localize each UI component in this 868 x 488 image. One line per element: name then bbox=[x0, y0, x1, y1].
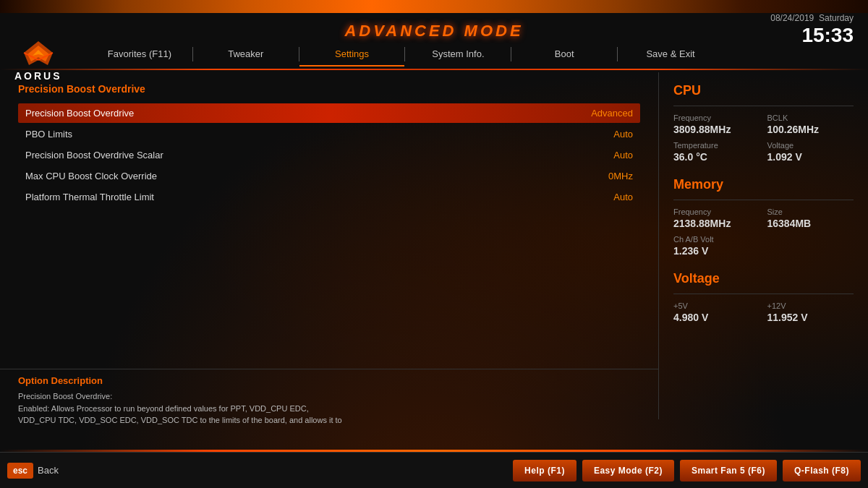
datetime-display: 08/24/2019 Saturday 15:33 bbox=[770, 13, 854, 48]
cpu-section: CPU Frequency 3809.88MHz BCLK 100.26MHz … bbox=[673, 83, 854, 163]
bottom-description: Option Description Precision Boost Overd… bbox=[0, 369, 658, 441]
tab-tweaker[interactable]: Tweaker bbox=[193, 43, 299, 67]
desc-text: Precision Boost Overdrive: Enabled: Allo… bbox=[18, 390, 640, 427]
tab-settings[interactable]: Settings bbox=[299, 43, 405, 67]
settings-label-0: Precision Boost Overdrive bbox=[25, 108, 591, 119]
v5-label: +5V bbox=[673, 301, 760, 310]
aorus-logo-icon bbox=[20, 40, 56, 69]
desc-line-1: Enabled: Allows Processor to run beyond … bbox=[18, 403, 640, 415]
tab-saveexit[interactable]: Save & Exit bbox=[618, 43, 723, 67]
cpu-bclk-label: BCLK bbox=[767, 114, 854, 122]
top-stripe bbox=[0, 0, 868, 13]
settings-value-0: Advanced bbox=[591, 108, 633, 119]
voltage-section: Voltage +5V 4.980 V +12V 11.952 V bbox=[673, 271, 854, 323]
cpu-voltage-label: Voltage bbox=[767, 141, 854, 150]
bottom-toolbar: esc Back Help (F1) Easy Mode (F2) Smart … bbox=[0, 452, 868, 488]
smartfan-button[interactable]: Smart Fan 5 (F6) bbox=[680, 460, 777, 481]
logo-area: AORUS bbox=[14, 40, 62, 82]
desc-title: Option Description bbox=[18, 375, 640, 386]
v5-value: 4.980 V bbox=[673, 312, 760, 323]
nav-tabs: Favorites (F11) Tweaker Settings System … bbox=[87, 40, 723, 69]
settings-label-1: PBO Limits bbox=[25, 129, 613, 140]
tab-sysinfo[interactable]: System Info. bbox=[405, 43, 511, 67]
memory-divider bbox=[673, 200, 854, 200]
settings-label-3: Max CPU Boost Clock Override bbox=[25, 171, 608, 181]
nav-divider-bottom bbox=[0, 69, 868, 70]
desc-line-0: Precision Boost Overdrive: bbox=[18, 390, 640, 403]
esc-back-label: Back bbox=[38, 465, 59, 476]
mem-size-label: Size bbox=[767, 207, 854, 216]
v5-item: +5V 4.980 V bbox=[673, 301, 760, 323]
settings-row-4[interactable]: Platform Thermal Throttle Limit Auto bbox=[18, 187, 640, 207]
memory-title: Memory bbox=[673, 177, 854, 192]
cpu-bclk-value: 100.26MHz bbox=[767, 124, 854, 135]
settings-value-1: Auto bbox=[613, 129, 633, 140]
logo-text: AORUS bbox=[14, 70, 62, 82]
page-title: ADVANCED MODE bbox=[344, 22, 523, 40]
cpu-divider bbox=[673, 106, 854, 106]
settings-label-2: Precision Boost Overdrive Scalar bbox=[25, 150, 613, 160]
bottom-stripe bbox=[0, 450, 868, 452]
esc-button[interactable]: esc Back bbox=[7, 463, 59, 479]
main-content: Precision Boost Overdrive Precision Boos… bbox=[0, 72, 658, 419]
cpu-frequency-value: 3809.88MHz bbox=[673, 124, 760, 135]
aorus-logo: AORUS bbox=[14, 40, 62, 82]
settings-row-2[interactable]: Precision Boost Overdrive Scalar Auto bbox=[18, 145, 640, 165]
memory-grid: Frequency 2138.88MHz Size 16384MB Ch A/B… bbox=[673, 207, 854, 257]
easy-mode-button[interactable]: Easy Mode (F2) bbox=[582, 460, 674, 481]
settings-row-3[interactable]: Max CPU Boost Clock Override 0MHz bbox=[18, 166, 640, 186]
tab-boot[interactable]: Boot bbox=[511, 43, 617, 67]
esc-key-label: esc bbox=[7, 463, 33, 479]
cpu-voltage-item: Voltage 1.092 V bbox=[767, 141, 854, 163]
cpu-frequency-item: Frequency 3809.88MHz bbox=[673, 114, 760, 135]
cpu-grid: Frequency 3809.88MHz BCLK 100.26MHz Temp… bbox=[673, 114, 854, 163]
help-button[interactable]: Help (F1) bbox=[513, 460, 576, 481]
v12-value: 11.952 V bbox=[767, 312, 854, 323]
mem-chavolt-item: Ch A/B Volt 1.236 V bbox=[673, 235, 854, 257]
cpu-temp-value: 36.0 °C bbox=[673, 151, 760, 163]
settings-value-2: Auto bbox=[613, 150, 633, 160]
v12-item: +12V 11.952 V bbox=[767, 301, 854, 323]
mem-size-value: 16384MB bbox=[767, 218, 854, 229]
mem-frequency-value: 2138.88MHz bbox=[673, 218, 760, 229]
voltage-title: Voltage bbox=[673, 271, 854, 286]
mem-chavolt-value: 1.236 V bbox=[673, 245, 854, 257]
desc-line-2: VDD_CPU TDC, VDD_SOC EDC, VDD_SOC TDC to… bbox=[18, 414, 640, 427]
mem-frequency-item: Frequency 2138.88MHz bbox=[673, 207, 760, 229]
settings-row-1[interactable]: PBO Limits Auto bbox=[18, 124, 640, 144]
mem-frequency-label: Frequency bbox=[673, 207, 760, 216]
cpu-temp-item: Temperature 36.0 °C bbox=[673, 141, 760, 163]
cpu-temp-label: Temperature bbox=[673, 141, 760, 150]
settings-row-0[interactable]: Precision Boost Overdrive Advanced bbox=[18, 103, 640, 123]
v12-label: +12V bbox=[767, 301, 854, 310]
tab-favorites[interactable]: Favorites (F11) bbox=[87, 43, 192, 67]
mem-chavolt-label: Ch A/B Volt bbox=[673, 235, 854, 244]
settings-list: Precision Boost Overdrive Advanced PBO L… bbox=[18, 103, 640, 207]
mem-size-item: Size 16384MB bbox=[767, 207, 854, 229]
cpu-bclk-item: BCLK 100.26MHz bbox=[767, 114, 854, 135]
qflash-button[interactable]: Q-Flash (F8) bbox=[783, 460, 861, 481]
cpu-frequency-label: Frequency bbox=[673, 114, 760, 122]
cpu-voltage-value: 1.092 V bbox=[767, 151, 854, 163]
voltage-grid: +5V 4.980 V +12V 11.952 V bbox=[673, 301, 854, 323]
cpu-title: CPU bbox=[673, 83, 854, 98]
settings-value-4: Auto bbox=[613, 192, 633, 202]
memory-section: Memory Frequency 2138.88MHz Size 16384MB… bbox=[673, 177, 854, 257]
settings-label-4: Platform Thermal Throttle Limit bbox=[25, 192, 613, 202]
section-header: Precision Boost Overdrive bbox=[18, 83, 640, 95]
datetime-date: 08/24/2019 Saturday bbox=[770, 13, 854, 23]
datetime-time: 15:33 bbox=[770, 23, 854, 48]
right-panel: CPU Frequency 3809.88MHz BCLK 100.26MHz … bbox=[658, 72, 868, 419]
settings-value-3: 0MHz bbox=[608, 171, 633, 181]
voltage-divider bbox=[673, 294, 854, 294]
